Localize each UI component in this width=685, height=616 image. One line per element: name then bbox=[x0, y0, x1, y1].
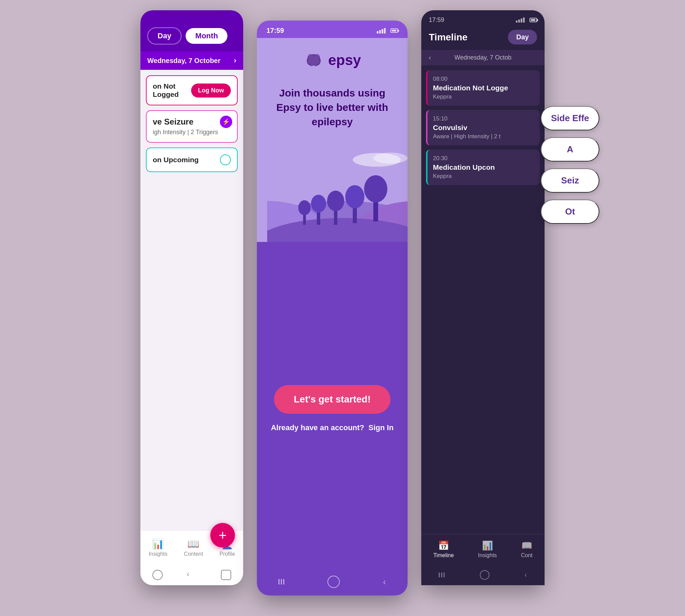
current-date: Wednesday, 7 October bbox=[147, 57, 221, 65]
nav-content[interactable]: 📖 Cont bbox=[521, 540, 533, 559]
chevron-right-icon: › bbox=[234, 56, 236, 65]
phone3-date: Wednesday, 7 Octob bbox=[454, 54, 511, 61]
menu-icon bbox=[278, 579, 284, 585]
signin-prompt: Already have an account? Sign In bbox=[271, 423, 394, 432]
phone3-day-button[interactable]: Day bbox=[508, 30, 537, 44]
nav-profile-label: Profile bbox=[220, 551, 235, 557]
phone3-body: 08:00 Medication Not Logge Keppra 15:10 … bbox=[421, 65, 545, 534]
seizure-pill-button[interactable]: Seiz bbox=[541, 168, 599, 193]
signal-icon bbox=[516, 17, 525, 23]
entry-subtitle: Aware | High Intensity | 2 t bbox=[433, 133, 534, 140]
home-circle-button[interactable] bbox=[480, 570, 489, 580]
signin-link[interactable]: Sign In bbox=[369, 423, 394, 432]
other-pill-button[interactable]: Ot bbox=[541, 200, 599, 224]
back-chevron-icon[interactable]: ‹ bbox=[524, 570, 527, 579]
phone3-status-bar: 17:59 bbox=[421, 10, 545, 26]
nav-timeline[interactable]: 📅 Timeline bbox=[433, 540, 454, 559]
medication-not-logged-card: on Not Logged Log Now bbox=[146, 75, 238, 105]
back-chevron-icon[interactable]: ‹ bbox=[383, 577, 386, 587]
menu-icon bbox=[439, 573, 445, 577]
medication-label: on Not Logged bbox=[153, 82, 191, 99]
phone3-date-bar[interactable]: ‹ Wednesday, 7 Octob › bbox=[421, 50, 545, 65]
epsy-logo: epsy bbox=[303, 52, 361, 69]
phone1-header: Day Month bbox=[140, 10, 243, 51]
battery-icon bbox=[390, 28, 398, 33]
lightning-icon: ⚡ bbox=[220, 116, 232, 128]
timeline-entry-medication[interactable]: 08:00 Medication Not Logge Keppra bbox=[426, 70, 540, 106]
seizure-title: ve Seizure bbox=[153, 117, 231, 127]
nav-content[interactable]: 📖 Content bbox=[184, 538, 203, 557]
phone3-system-bar: ‹ bbox=[421, 565, 545, 585]
nav-content-label: Cont bbox=[521, 552, 533, 559]
phone1-date-bar[interactable]: Wednesday, 7 October › bbox=[140, 51, 243, 70]
nav-insights-label: Insights bbox=[149, 551, 167, 557]
timeline-entry-seizure[interactable]: 15:10 Convulsiv Aware | High Intensity |… bbox=[426, 110, 540, 145]
entry-subtitle: Keppra bbox=[433, 93, 534, 100]
signal-icon bbox=[377, 28, 386, 34]
nav-timeline-label: Timeline bbox=[433, 552, 454, 559]
svg-point-7 bbox=[298, 200, 311, 215]
recents-button[interactable] bbox=[221, 570, 231, 580]
back-button[interactable]: ‹ bbox=[187, 570, 197, 580]
svg-point-13 bbox=[345, 185, 364, 208]
svg-point-15 bbox=[364, 175, 387, 203]
side-effects-pill-button[interactable]: Side Effe bbox=[541, 106, 599, 130]
nav-insights-label: Insights bbox=[478, 552, 497, 559]
floating-action-pills: Side Effe A Seiz Ot bbox=[541, 106, 599, 224]
phone3-header: Timeline Day bbox=[421, 26, 545, 50]
entry-time: 20:30 bbox=[433, 155, 534, 162]
phone3-title: Timeline bbox=[429, 32, 468, 43]
phone-2-welcome: 17:59 epsy Join thousands using Epsy to … bbox=[257, 21, 408, 595]
svg-point-1 bbox=[373, 153, 408, 164]
nav-insights[interactable]: 📊 Insights bbox=[149, 538, 167, 557]
add-fab-button[interactable]: + bbox=[210, 523, 235, 548]
entry-time: 08:00 bbox=[433, 76, 534, 82]
phone-3-timeline-detail: 17:59 Timeline Day ‹ Wednesday, 7 Octob … bbox=[421, 10, 545, 585]
phone1-system-bar: ‹ bbox=[140, 565, 243, 585]
add-pill-button[interactable]: A bbox=[541, 137, 599, 162]
nav-insights[interactable]: 📊 Insights bbox=[478, 540, 497, 559]
epsy-tagline: Join thousands using Epsy to live better… bbox=[267, 86, 397, 129]
phone3-nav: 📅 Timeline 📊 Insights 📖 Cont bbox=[421, 534, 545, 565]
get-started-button[interactable]: Let's get started! bbox=[274, 385, 390, 414]
content-icon: 📖 bbox=[521, 540, 532, 551]
phone2-system-bar: ‹ bbox=[257, 568, 408, 595]
timeline-entry-upcoming[interactable]: 20:30 Medication Upcon Keppra bbox=[426, 150, 540, 185]
epsy-logo-text: epsy bbox=[328, 52, 361, 68]
entry-title: Medication Upcon bbox=[433, 163, 534, 171]
nav-content-label: Content bbox=[184, 551, 203, 557]
day-toggle-button[interactable]: Day bbox=[147, 27, 182, 44]
status-time: 17:59 bbox=[429, 16, 444, 24]
status-time: 17:59 bbox=[266, 27, 284, 35]
left-chevron-icon[interactable]: ‹ bbox=[429, 54, 431, 61]
home-circle-button[interactable] bbox=[327, 576, 340, 588]
circle-outline-icon bbox=[220, 154, 231, 165]
content-icon: 📖 bbox=[187, 538, 199, 550]
entry-time: 15:10 bbox=[433, 115, 534, 122]
svg-point-11 bbox=[327, 191, 344, 211]
phone1-body: on Not Logged Log Now ve Seizure igh Int… bbox=[140, 70, 243, 530]
seizure-card: ve Seizure igh Intensity | 2 Triggers ⚡ bbox=[146, 110, 238, 143]
signin-prefix: Already have an account? bbox=[271, 423, 364, 432]
entry-subtitle: Keppra bbox=[433, 173, 534, 180]
epsy-brain-icon bbox=[303, 52, 324, 69]
welcome-illustration bbox=[267, 139, 397, 242]
upcoming-label: on Upcoming bbox=[153, 156, 199, 164]
seizure-subtitle: igh Intensity | 2 Triggers bbox=[153, 129, 231, 136]
entry-title: Medication Not Logge bbox=[433, 84, 534, 92]
insights-icon: 📊 bbox=[482, 540, 493, 551]
upcoming-card: on Upcoming bbox=[146, 147, 238, 172]
svg-point-9 bbox=[311, 195, 326, 213]
timeline-icon: 📅 bbox=[438, 540, 449, 551]
phone2-lower-section: Let's get started! Already have an accou… bbox=[257, 242, 408, 568]
month-toggle-button[interactable]: Month bbox=[186, 28, 227, 44]
phone2-upper-section: epsy Join thousands using Epsy to live b… bbox=[257, 38, 408, 242]
phone2-status-bar: 17:59 bbox=[257, 21, 408, 38]
entry-title: Convulsiv bbox=[433, 124, 534, 132]
log-now-button[interactable]: Log Now bbox=[191, 84, 231, 98]
battery-icon bbox=[530, 18, 537, 22]
phone-1-timeline: Day Month Wednesday, 7 October › on Not … bbox=[140, 10, 243, 585]
insights-icon: 📊 bbox=[152, 538, 164, 550]
home-button[interactable] bbox=[152, 570, 163, 580]
